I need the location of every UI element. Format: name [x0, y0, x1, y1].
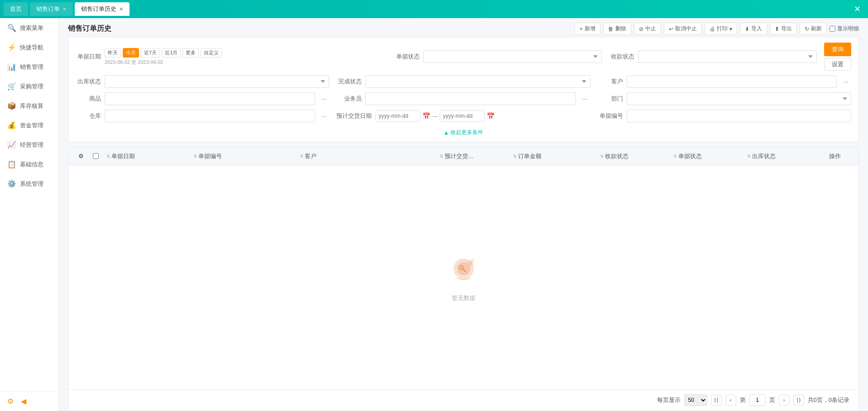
action-buttons: 查询 设置 — [824, 43, 851, 71]
filter-doc-no-field: 单据编号 — [598, 110, 851, 122]
th-no-sort-icon: ⇅ — [193, 154, 197, 159]
query-button[interactable]: 查询 — [824, 43, 851, 56]
print-button[interactable]: 🖨 打印 ▾ — [705, 23, 737, 35]
prev-page-btn[interactable]: ‹ — [725, 395, 736, 406]
print-arrow-icon: ▾ — [729, 26, 732, 32]
collapse-row[interactable]: ▲ 收起更多条件 — [76, 127, 851, 136]
goods-ellipsis-btn[interactable]: ··· — [319, 95, 330, 102]
doc-no-input[interactable] — [627, 110, 851, 122]
customer-input[interactable] — [627, 75, 837, 88]
salesman-input[interactable] — [365, 92, 576, 105]
filter-complete-field: 完成状态 — [336, 75, 590, 88]
select-all-checkbox[interactable] — [93, 153, 99, 159]
filter-warehouse-field: 仓库 ··· — [76, 110, 329, 122]
receipt-status-select[interactable] — [638, 50, 817, 63]
complete-select[interactable] — [365, 75, 590, 88]
add-button[interactable]: + 新增 — [575, 23, 600, 35]
setting-button[interactable]: 设置 — [824, 58, 851, 71]
tab-sales-order-history-close[interactable]: ✕ — [119, 6, 123, 12]
last1m-btn[interactable]: 近1月 — [162, 48, 181, 58]
stop-button[interactable]: ⊘ 中止 — [634, 23, 661, 35]
warehouse-ellipsis-btn[interactable]: ··· — [319, 112, 330, 120]
sidebar-item-finance[interactable]: 💰 资金管理 — [0, 116, 58, 135]
last7-btn[interactable]: 近7天 — [141, 48, 160, 58]
sidebar-item-base-info-label: 基础信息 — [20, 160, 43, 169]
today-btn[interactable]: 今天 — [123, 48, 139, 58]
settings-bottom-icon[interactable]: ⚙ — [7, 397, 14, 406]
sidebar-item-purchase-mgmt[interactable]: 🛒 采购管理 — [0, 77, 58, 96]
show-detail-checkbox[interactable] — [830, 26, 835, 32]
tab-home[interactable]: 首页 — [4, 2, 28, 16]
sidebar-item-operations[interactable]: 📈 经营管理 — [0, 135, 58, 155]
th-status-sort-icon: ⇅ — [673, 154, 677, 159]
tab-sales-order[interactable]: 销售订单 ✕ — [30, 2, 73, 16]
import-button[interactable]: ⬇ 导入 — [740, 23, 767, 35]
date-range-text: 2023-06-02 至 2023-06-02 — [105, 59, 387, 66]
warehouse-input[interactable] — [105, 110, 315, 122]
sidebar-item-quick-nav[interactable]: ⚡ 快捷导航 — [0, 38, 58, 57]
quick-nav-icon: ⚡ — [7, 43, 16, 52]
cal-end-icon[interactable]: 📅 — [487, 112, 494, 120]
next-page-btn[interactable]: › — [779, 395, 790, 406]
sidebar-item-base-info[interactable]: 📋 基础信息 — [0, 155, 58, 174]
th-receipt-label: 收款状态 — [605, 152, 628, 160]
outstock-select[interactable] — [105, 75, 329, 88]
sidebar-item-inventory[interactable]: 📦 库存核算 — [0, 96, 58, 116]
window-close-btn[interactable]: ✕ — [850, 4, 864, 14]
last-page-btn[interactable]: ⟩⟩ — [793, 395, 804, 406]
more-btn[interactable]: 更多 — [182, 48, 199, 58]
page-input[interactable] — [749, 394, 766, 406]
stop-icon: ⊘ — [639, 26, 643, 32]
show-detail-label[interactable]: 显示明细 — [830, 25, 859, 33]
sidebar-item-finance-label: 资金管理 — [20, 121, 43, 130]
export-icon: ⬆ — [775, 26, 779, 32]
print-label: 打印 — [717, 25, 728, 33]
th-delivery-label: 预计交货... — [445, 152, 473, 160]
status-select[interactable] — [423, 50, 602, 63]
th-customer: ⇅ 客户 — [296, 152, 436, 160]
tab-sales-order-history[interactable]: 销售订单历史 ✕ — [75, 2, 129, 16]
page-size-select[interactable]: 50 10 20 100 — [684, 394, 707, 406]
sidebar-item-sales-mgmt[interactable]: 📊 销售管理 — [0, 57, 58, 77]
col-settings: ⚙ — [74, 153, 88, 160]
first-page-btn[interactable]: ⟨⟨ — [711, 395, 722, 406]
export-button[interactable]: ⬆ 导出 — [770, 23, 797, 35]
custom-btn[interactable]: 自定义 — [201, 48, 222, 58]
status-label: 单据状态 — [394, 53, 420, 61]
goods-input[interactable] — [105, 92, 315, 105]
delivery-date-start[interactable] — [375, 110, 421, 122]
sidebar-item-search-menu[interactable]: 🔍 搜索菜单 — [0, 18, 58, 38]
import-icon: ⬇ — [745, 26, 749, 32]
yesterday-btn[interactable]: 昨天 — [105, 48, 121, 58]
tab-sales-order-close[interactable]: ✕ — [62, 6, 67, 12]
collapse-sidebar-icon[interactable]: ◀ — [21, 397, 26, 406]
salesman-ellipsis-btn[interactable]: ··· — [580, 95, 590, 102]
collapse-label: 收起更多条件 — [451, 129, 483, 136]
add-icon: + — [580, 26, 583, 32]
th-receipt-sort-icon: ⇅ — [600, 154, 604, 159]
dept-select[interactable] — [627, 92, 851, 105]
filter-customer-field: 客户 ··· — [598, 75, 851, 88]
complete-label: 完成状态 — [336, 77, 362, 86]
import-label: 导入 — [751, 25, 762, 33]
delivery-date-end[interactable] — [440, 110, 485, 122]
total-text: 共0页，0条记录 — [808, 396, 849, 404]
sidebar-item-sys-mgmt[interactable]: ⚙️ 系统管理 — [0, 174, 58, 193]
th-status-label: 单据状态 — [678, 152, 702, 160]
th-customer-label: 客户 — [305, 152, 317, 160]
th-delivery: ⇅ 预计交货... — [436, 152, 509, 160]
warehouse-label: 仓库 — [76, 112, 101, 120]
refresh-button[interactable]: ↻ 刷新 — [800, 23, 827, 35]
outstock-label: 出库状态 — [76, 77, 101, 86]
customer-ellipsis-btn[interactable]: ··· — [840, 78, 851, 85]
th-customer-sort-icon: ⇅ — [300, 154, 303, 159]
cancel-stop-button[interactable]: ↩ 取消中止 — [664, 23, 702, 35]
delete-button[interactable]: 🗑 删除 — [603, 23, 631, 35]
pagination: 每页显示 50 10 20 100 ⟨⟨ ‹ 第 页 › ⟩⟩ 共0页，0条记录 — [68, 389, 858, 411]
sidebar-item-sales-mgmt-label: 销售管理 — [20, 63, 43, 71]
table-settings-icon[interactable]: ⚙ — [78, 153, 84, 160]
cal-start-icon[interactable]: 📅 — [422, 112, 430, 120]
delivery-date-label: 预计交货日期 — [336, 112, 372, 120]
cancel-stop-label: 取消中止 — [675, 25, 697, 33]
sidebar-item-search-menu-label: 搜索菜单 — [20, 24, 43, 32]
